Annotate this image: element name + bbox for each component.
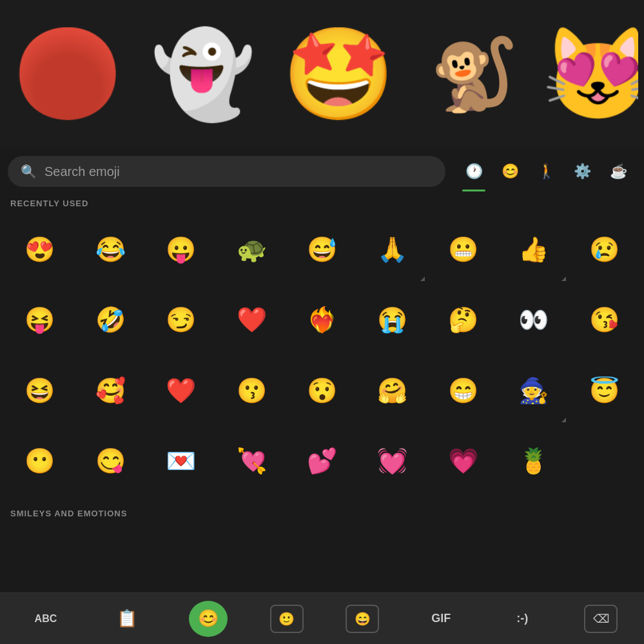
category-bar: 🕐 😊 🚶 ⚙️ ☕: [456, 153, 636, 190]
keyboard-bar: ABC 📋 😊 🙂 😄 GIF :-) ⌫: [0, 592, 644, 644]
search-placeholder: Search emoji: [44, 164, 120, 179]
activities-icon: ⚙️: [574, 163, 591, 180]
emoji-grid-recent: 😍😂😛🐢😅🙏😬👍😢😝🤣😏❤️❤️‍🔥😭🤔👀😘😆🥰❤️😗😯🤗😁🧙😇😶😋💌💘💕💓💗🍍: [0, 212, 644, 498]
emoji-cell-33[interactable]: 💗: [429, 426, 498, 495]
emoji-cell-1[interactable]: 😂: [75, 215, 144, 284]
emoji-cell-9[interactable]: 😝: [5, 285, 74, 354]
emoji-cell-3[interactable]: 🐢: [217, 215, 286, 284]
featured-emoji-strip: 😍 👻 🤩 🐒 😻: [0, 0, 644, 148]
emoji-cell-7[interactable]: 👍: [499, 215, 568, 284]
gif-button[interactable]: GIF: [422, 603, 460, 635]
recent-icon: 🕐: [465, 163, 483, 180]
emoticon-label: :-): [516, 612, 528, 625]
category-recent[interactable]: 🕐: [456, 153, 492, 190]
emoji-cell-12[interactable]: ❤️: [217, 285, 286, 354]
emoji-cell-15[interactable]: 🤔: [429, 285, 498, 354]
emoji-cell-17[interactable]: 😘: [570, 285, 639, 354]
search-box[interactable]: 🔍 Search emoji: [8, 156, 445, 187]
emoji-cell-32[interactable]: 💓: [358, 426, 427, 495]
search-icon: 🔍: [21, 164, 37, 179]
emoji-cell-25[interactable]: 🧙: [499, 356, 568, 425]
emoji-cell-11[interactable]: 😏: [146, 285, 215, 354]
delete-icon: ⌫: [593, 612, 609, 626]
emoji-cell-27[interactable]: 😶: [5, 426, 74, 495]
emoji-keyboard-button[interactable]: 😊: [189, 601, 228, 637]
smiley-icon: 😊: [502, 163, 519, 180]
emoji-cell-28[interactable]: 😋: [75, 426, 144, 495]
emoji-cell-10[interactable]: 🤣: [75, 285, 144, 354]
emoji-cell-8[interactable]: 😢: [570, 215, 639, 284]
emoji-cell-24[interactable]: 😁: [429, 356, 498, 425]
emoji-cell-2[interactable]: 😛: [146, 215, 215, 284]
emoji-cell-6[interactable]: 😬: [429, 215, 498, 284]
abc-button[interactable]: ABC: [26, 603, 65, 635]
emoji-cell-18[interactable]: 😆: [5, 356, 74, 425]
sticker-icon: 🙂: [278, 611, 295, 627]
emoji-cell-23[interactable]: 🤗: [358, 356, 427, 425]
emoji-cell-31[interactable]: 💕: [288, 426, 356, 495]
category-objects[interactable]: ☕: [600, 153, 636, 190]
emoji-cell-19[interactable]: 🥰: [75, 356, 144, 425]
featured-emoji-ghost[interactable]: 👻: [135, 3, 271, 145]
featured-emoji-heart[interactable]: 😍: [0, 3, 135, 145]
emoji-cell-21[interactable]: 😗: [217, 356, 286, 425]
search-area: 🔍 Search emoji 🕐 😊 🚶 ⚙️ ☕: [0, 148, 644, 192]
emoji-cell-30[interactable]: 💘: [217, 426, 286, 495]
featured-emoji-cat-hearts[interactable]: 😻: [542, 3, 638, 145]
people-icon: 🚶: [538, 163, 555, 180]
emoticon-button[interactable]: :-): [503, 603, 542, 635]
emoji-cell-4[interactable]: 😅: [288, 215, 356, 284]
gif-label: GIF: [431, 612, 451, 625]
emoji-cell-13[interactable]: ❤️‍🔥: [288, 285, 356, 354]
objects-icon: ☕: [610, 163, 627, 180]
emoji-cell-29[interactable]: 💌: [146, 426, 215, 495]
featured-emoji-starstruck[interactable]: 🤩: [271, 3, 406, 145]
category-activities[interactable]: ⚙️: [564, 153, 600, 190]
delete-button[interactable]: ⌫: [584, 605, 618, 633]
category-smiley[interactable]: 😊: [492, 153, 528, 190]
sticker-button[interactable]: 🙂: [270, 605, 304, 633]
emoji-cell-5[interactable]: 🙏: [358, 215, 427, 284]
emoji-cell-26[interactable]: 😇: [570, 356, 639, 425]
gif-face-icon: 😄: [355, 611, 371, 627]
emoji-keyboard-icon: 😊: [198, 609, 219, 629]
emoji-cell-0[interactable]: 😍: [5, 215, 74, 284]
section-label-smileys: SMILEYS AND EMOTIONS: [0, 502, 644, 522]
emoji-cell-16[interactable]: 👀: [499, 285, 568, 354]
clipboard-icon: 📋: [117, 609, 137, 629]
clipboard-button[interactable]: 📋: [108, 603, 146, 635]
abc-label: ABC: [35, 613, 57, 625]
emoji-cell-20[interactable]: ❤️: [146, 356, 215, 425]
section-label-recent: RECENTLY USED: [0, 192, 644, 212]
emoji-cell-22[interactable]: 😯: [288, 356, 356, 425]
emoji-cell-34[interactable]: 🍍: [499, 426, 568, 495]
emoji-cell-14[interactable]: 😭: [358, 285, 427, 354]
gif-face-button[interactable]: 😄: [346, 605, 379, 633]
category-people[interactable]: 🚶: [528, 153, 564, 190]
featured-emoji-monkey[interactable]: 🐒: [406, 3, 542, 145]
